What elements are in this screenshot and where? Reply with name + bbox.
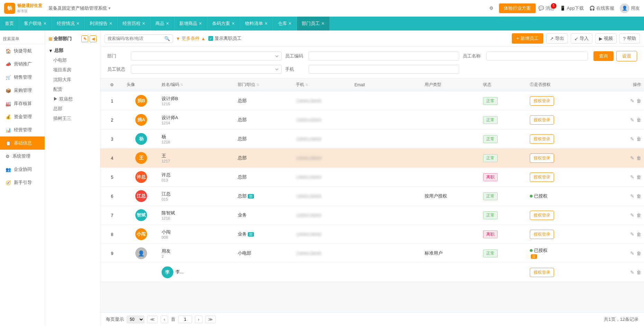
nav-item-new-goods[interactable]: 新增商品 ✕ <box>174 17 207 30</box>
first-page-button[interactable]: ≪ <box>147 316 158 323</box>
edit-button[interactable]: ✎ <box>630 193 634 199</box>
dept-item-project-room[interactable]: 项目库房 <box>45 65 100 75</box>
edit-button[interactable]: ✎ <box>630 155 634 161</box>
trial-button[interactable]: 体验行业方案 <box>499 3 536 13</box>
nav-item-material[interactable]: 物料清单 ✕ <box>240 17 273 30</box>
search-button[interactable]: 查询 <box>593 51 614 61</box>
dept-item-delivery[interactable]: 配货 <box>45 85 100 94</box>
per-page-select[interactable]: 50 100 <box>127 316 144 323</box>
search-input[interactable] <box>108 36 163 41</box>
close-icon[interactable]: ✕ <box>142 21 145 26</box>
message-button[interactable]: 💬 消息 5 <box>538 5 554 11</box>
close-icon[interactable]: ✕ <box>166 21 169 26</box>
auth-button[interactable]: 授权登录 <box>530 211 554 220</box>
dept-item-chashuwang[interactable]: 插树王三 <box>45 114 100 123</box>
export-button[interactable]: ↗ 导出 <box>546 33 568 44</box>
auth-button[interactable]: 授权登录 <box>530 173 554 182</box>
sidebar-item-marketing[interactable]: 📣 营销推广 <box>0 58 45 71</box>
nav-item-barcode[interactable]: 条码方案 ✕ <box>207 17 240 30</box>
dept-item-shenyang[interactable]: 沈阳大库 <box>45 75 100 85</box>
last-page-button[interactable]: ≫ <box>205 316 216 323</box>
edit-button[interactable]: ✎ <box>630 136 634 142</box>
col-phone[interactable]: 手机 <box>293 78 352 91</box>
filter-name-input[interactable] <box>486 52 588 61</box>
dropdown-icon[interactable]: ▾ <box>108 6 111 11</box>
sidebar-item-finance[interactable]: 💰 资金管理 <box>0 110 45 123</box>
new-employee-button[interactable]: + 新增员工 <box>512 33 543 44</box>
delete-button[interactable]: 🗑 <box>636 270 641 275</box>
dept-edit-icon[interactable]: ✎ <box>81 35 88 42</box>
nav-item-warehouse[interactable]: 仓库 ✕ <box>273 17 297 30</box>
edit-button[interactable]: ✎ <box>630 174 634 180</box>
auth-button[interactable]: 授权登录 <box>530 268 554 277</box>
filter-code-input[interactable] <box>309 52 460 61</box>
import-button[interactable]: ↙ 导入 <box>571 33 592 44</box>
delete-button[interactable]: 🗑 <box>636 193 641 199</box>
close-icon[interactable]: ✕ <box>321 21 325 26</box>
dept-group-title[interactable]: ▼ 总部 <box>45 46 100 55</box>
delete-button[interactable]: 🗑 <box>636 98 641 104</box>
nav-item-history[interactable]: 经营历程 ✕ <box>118 17 151 30</box>
set-button[interactable]: 设置 <box>616 51 637 61</box>
auth-button[interactable]: 授权登录 <box>530 230 554 239</box>
page-input[interactable] <box>178 316 192 323</box>
sidebar-item-quick-nav[interactable]: 🏠 快捷导航 <box>0 44 45 58</box>
close-icon[interactable]: ✕ <box>199 21 202 26</box>
close-icon[interactable]: ✕ <box>109 21 112 26</box>
nav-item-profit[interactable]: 利润报告 ✕ <box>85 17 118 30</box>
col-settings[interactable]: ⚙ <box>100 78 124 91</box>
sidebar-item-inventory[interactable]: 🏭 库存核算 <box>0 97 45 110</box>
delete-button[interactable]: 🗑 <box>636 136 641 142</box>
nav-item-operations[interactable]: 经营情况 ✕ <box>52 17 85 30</box>
close-icon[interactable]: ✕ <box>43 21 47 26</box>
prev-page-button[interactable]: ‹ <box>161 316 168 323</box>
sidebar-item-guide[interactable]: 🧭 新手引导 <box>0 176 45 189</box>
sidebar-item-purchase[interactable]: 📦 采购管理 <box>0 84 45 97</box>
gear-button[interactable]: ⚙ <box>487 3 496 13</box>
delete-button[interactable]: 🗑 <box>636 174 641 180</box>
sidebar-item-collab[interactable]: 👥 企业协同 <box>0 163 45 176</box>
edit-button[interactable]: ✎ <box>630 98 634 104</box>
show-resigned-check[interactable]: ✓ 显示离职员工 <box>208 35 242 42</box>
edit-button[interactable]: ✎ <box>630 231 634 237</box>
close-icon[interactable]: ✕ <box>232 21 235 26</box>
nav-item-home[interactable]: 首页 <box>0 17 19 30</box>
filter-phone-input[interactable] <box>309 65 460 74</box>
dept-item-small-electric[interactable]: 小电部 <box>45 55 100 65</box>
dept-item-headquarters[interactable]: 总部 <box>45 104 100 114</box>
user-area[interactable]: 👤 用友 <box>620 3 640 13</box>
auth-button[interactable]: 授权登录 <box>530 115 554 125</box>
col-dept-pos[interactable]: 部门/职位 <box>235 78 293 91</box>
nav-item-customers[interactable]: 客户联络 ✕ <box>19 17 52 30</box>
sidebar-item-sys-mgmt[interactable]: ⚙ 系统管理 <box>0 150 45 163</box>
nav-item-goods[interactable]: 商品 ✕ <box>151 17 174 30</box>
delete-button[interactable]: 🗑 <box>636 155 641 161</box>
delete-button[interactable]: 🗑 <box>636 250 641 256</box>
delete-button[interactable]: 🗑 <box>636 117 641 123</box>
close-icon[interactable]: ✕ <box>288 21 292 26</box>
edit-button[interactable]: ✎ <box>630 270 634 275</box>
auth-button[interactable]: 授权登录 <box>530 134 554 144</box>
col-name-code[interactable]: 姓名/编码 <box>159 78 235 91</box>
edit-button[interactable]: ✎ <box>630 250 634 256</box>
delete-button[interactable]: 🗑 <box>636 212 641 218</box>
close-icon[interactable]: ✕ <box>76 21 80 26</box>
sidebar-item-basic-info[interactable]: 📋 基础信息 <box>0 136 45 150</box>
dept-collapse-icon[interactable]: ◀ <box>90 35 97 42</box>
filter-status-select[interactable] <box>131 65 282 74</box>
close-icon[interactable]: ✕ <box>264 21 268 26</box>
dept-item-shuangmiao[interactable]: ▶ 双庙想 <box>45 94 100 104</box>
filter-dept-select[interactable] <box>131 52 282 61</box>
sidebar-item-operations-mgmt[interactable]: 📊 经营管理 <box>0 123 45 136</box>
next-page-button[interactable]: › <box>195 316 202 323</box>
sidebar-item-sales[interactable]: 🛒 销售管理 <box>0 71 45 84</box>
app-download-button[interactable]: 📱 App下载 <box>560 5 584 11</box>
auth-button[interactable]: 授权登录 <box>530 96 554 106</box>
video-button[interactable]: ▶ 视频 <box>595 33 617 44</box>
nav-item-employees[interactable]: 部门员工 ✕ <box>297 17 330 30</box>
edit-button[interactable]: ✎ <box>630 117 634 123</box>
online-service-button[interactable]: 🎧 在线客服 <box>589 5 614 11</box>
help-button[interactable]: ? 帮助 <box>619 33 640 44</box>
auth-button[interactable]: 授权登录 <box>530 153 554 163</box>
more-filter-button[interactable]: ▼ 更多条件 ▲ <box>176 35 206 42</box>
